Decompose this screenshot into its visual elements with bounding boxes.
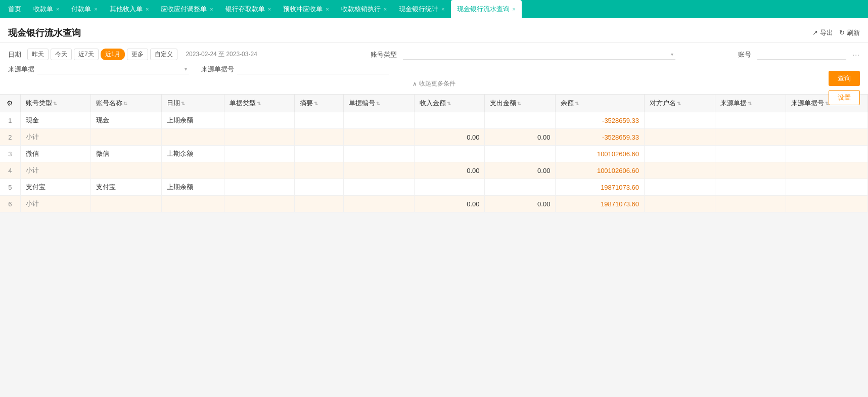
cell-counterpart: [645, 146, 715, 162]
filter-row-1: 日期 昨天今天近7天近1月更多自定义 2023-02-24 至 2023-03-…: [8, 49, 860, 60]
nav-close-icon[interactable]: ×: [146, 6, 149, 12]
cell-doc-type: [224, 129, 295, 146]
nav-item-其他收入单[interactable]: 其他收入单×: [104, 0, 155, 18]
nav-close-icon[interactable]: ×: [513, 6, 516, 12]
account-type-dropdown-icon: ▾: [671, 52, 673, 57]
date-btn-今天[interactable]: 今天: [51, 49, 72, 60]
cell-expense: 0.00: [485, 129, 556, 146]
cell-summary: [295, 196, 343, 212]
table-row: 5支付宝支付宝上期余额19871073.60: [0, 179, 868, 196]
header-actions: ↗ 导出 ↻ 刷新: [812, 28, 860, 37]
nav-item-收款核销执行[interactable]: 收款核销执行×: [335, 0, 393, 18]
collapse-button[interactable]: ∧ 收起更多条件: [413, 79, 455, 88]
nav-item-现金银行统计[interactable]: 现金银行统计×: [393, 0, 450, 18]
nav-item-付款单[interactable]: 付款单×: [65, 0, 103, 18]
nav-close-icon[interactable]: ×: [384, 6, 387, 12]
refresh-button[interactable]: ↻ 刷新: [839, 28, 860, 37]
col-account-name[interactable]: 账号名称⇅: [91, 95, 162, 112]
table-row: 3微信微信上期余额100102606.60: [0, 146, 868, 162]
cell-summary: [295, 179, 343, 196]
col-date[interactable]: 日期⇅: [162, 95, 224, 112]
cell-date: [162, 162, 224, 179]
date-buttons: 昨天今天近7天近1月更多自定义: [27, 49, 177, 60]
cell-balance: -3528659.33: [556, 112, 645, 129]
cell-summary: [295, 112, 343, 129]
col-source-doc[interactable]: 来源单据⇅: [715, 95, 786, 112]
col-balance[interactable]: 余额⇅: [556, 95, 645, 112]
date-btn-更多[interactable]: 更多: [127, 49, 148, 60]
account-more-icon[interactable]: ···: [852, 51, 860, 59]
cell-expense: 0.00: [485, 162, 556, 179]
cell-source-doc: [715, 196, 786, 212]
nav-close-icon[interactable]: ×: [94, 6, 97, 12]
col-summary[interactable]: 摘要⇅: [295, 95, 343, 112]
filter-row-2: 来源单据 ▾ 来源单据号: [8, 64, 860, 74]
cell-source-doc: [715, 162, 786, 179]
col-income[interactable]: 收入金额⇅: [414, 95, 485, 112]
nav-close-icon[interactable]: ×: [268, 6, 271, 12]
date-btn-近1月[interactable]: 近1月: [101, 49, 125, 60]
cell-account-name: [91, 196, 162, 212]
cell-source-doc-no: [786, 179, 867, 196]
nav-item-银行存取款单[interactable]: 银行存取款单×: [219, 0, 277, 18]
cell-income: [414, 146, 485, 162]
cell-source-doc-no: [786, 129, 867, 146]
collapse-up-icon: ∧: [413, 80, 417, 87]
cell-index: 2: [0, 129, 20, 146]
nav-item-预收冲应收单[interactable]: 预收冲应收单×: [277, 0, 335, 18]
col-counterpart[interactable]: 对方户名⇅: [645, 95, 715, 112]
setting-button[interactable]: 设置: [829, 90, 860, 105]
nav-close-icon[interactable]: ×: [441, 6, 444, 12]
cell-counterpart: [645, 162, 715, 179]
col-account-type[interactable]: 账号类型⇅: [20, 95, 91, 112]
col-settings[interactable]: ⚙: [0, 95, 20, 112]
query-button[interactable]: 查询: [829, 71, 860, 86]
date-range: 2023-02-24 至 2023-03-24: [186, 50, 257, 59]
nav-item-应收应付调整单[interactable]: 应收应付调整单×: [155, 0, 219, 18]
col-doc-no[interactable]: 单据编号⇅: [343, 95, 414, 112]
cell-counterpart: [645, 196, 715, 212]
cell-index: 3: [0, 146, 20, 162]
account-input[interactable]: [757, 50, 846, 60]
cell-doc-type: [224, 196, 295, 212]
cell-date: [162, 129, 224, 146]
source-doc-dropdown-icon: ▾: [185, 66, 187, 72]
cell-counterpart: [645, 179, 715, 196]
cell-balance: 19871073.60: [556, 179, 645, 196]
cell-source-doc-no: [786, 196, 867, 212]
nav-item-收款单[interactable]: 收款单×: [27, 0, 65, 18]
cell-source-doc-no: [786, 146, 867, 162]
cell-expense: [485, 179, 556, 196]
col-expense[interactable]: 支出金额⇅: [485, 95, 556, 112]
filter-area: 日期 昨天今天近7天近1月更多自定义 2023-02-24 至 2023-03-…: [0, 42, 868, 95]
source-doc-label: 来源单据: [8, 65, 34, 74]
cell-doc-no: [343, 146, 414, 162]
nav-close-icon[interactable]: ×: [210, 6, 213, 12]
nav-item-现金银行流水查询[interactable]: 现金银行流水查询×: [451, 0, 522, 18]
account-type-select[interactable]: ▾: [403, 50, 676, 60]
cell-index: 4: [0, 162, 20, 179]
date-btn-昨天[interactable]: 昨天: [27, 49, 49, 60]
cell-source-doc: [715, 129, 786, 146]
cell-doc-no: [343, 179, 414, 196]
source-doc-no-input[interactable]: [237, 64, 389, 74]
cell-account-name: [91, 129, 162, 146]
cell-account-type: 小计: [20, 162, 91, 179]
nav-item-首页[interactable]: 首页: [2, 0, 27, 18]
table-header-row: ⚙ 账号类型⇅ 账号名称⇅ 日期⇅ 单据类型⇅ 摘要⇅ 单据编号⇅ 收入金额⇅ …: [0, 95, 868, 112]
date-btn-自定义[interactable]: 自定义: [150, 49, 177, 60]
page-title: 现金银行流水查询: [8, 27, 81, 39]
cell-account-type: 小计: [20, 196, 91, 212]
source-doc-input[interactable]: [39, 65, 177, 73]
gear-icon: ⚙: [7, 99, 13, 107]
nav-close-icon[interactable]: ×: [326, 6, 329, 12]
cell-doc-no: [343, 162, 414, 179]
cell-balance: 100102606.60: [556, 146, 645, 162]
cell-account-type: 微信: [20, 146, 91, 162]
nav-close-icon[interactable]: ×: [56, 6, 59, 12]
col-doc-type[interactable]: 单据类型⇅: [224, 95, 295, 112]
cell-account-name: 支付宝: [91, 179, 162, 196]
export-button[interactable]: ↗ 导出: [812, 28, 833, 37]
cell-expense: 0.00: [485, 196, 556, 212]
date-btn-近7天[interactable]: 近7天: [74, 49, 99, 60]
